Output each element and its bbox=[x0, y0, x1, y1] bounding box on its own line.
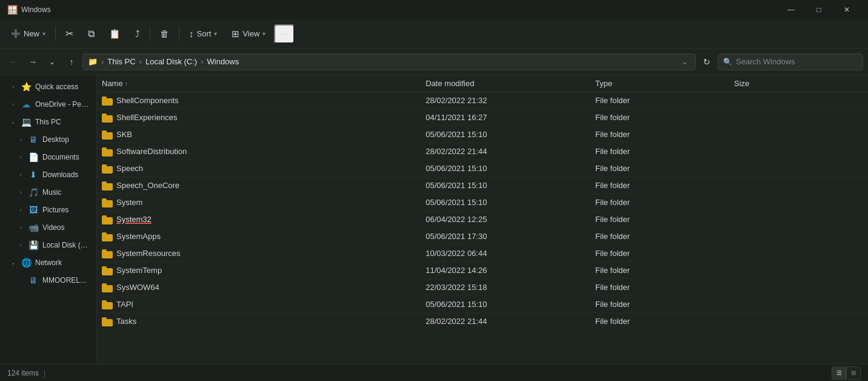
breadcrumb-sep-1: › bbox=[139, 57, 142, 66]
folder-icon bbox=[102, 130, 113, 140]
folder-icon: 🖥 bbox=[28, 275, 39, 285]
folder-icon bbox=[102, 249, 113, 258]
file-size bbox=[729, 296, 868, 313]
table-row[interactable]: SystemResources10/03/2022 06:44File fold… bbox=[97, 245, 868, 262]
down-button[interactable]: ⌄ bbox=[44, 53, 61, 70]
file-type: File folder bbox=[590, 245, 729, 262]
chevron-icon: ⌄ bbox=[10, 259, 17, 266]
sidebar-item-mmoorelaptop[interactable]: 🖥MMOORELAPTOP bbox=[2, 272, 94, 289]
breadcrumb-this-pc[interactable]: This PC bbox=[107, 57, 135, 66]
table-row[interactable]: ShellExperiences04/11/2021 16:27File fol… bbox=[97, 109, 868, 126]
search-box[interactable]: 🔍 bbox=[718, 53, 863, 70]
paste-button[interactable]: 📋 bbox=[103, 25, 127, 42]
file-date: 05/06/2021 17:30 bbox=[421, 228, 590, 245]
table-row[interactable]: SystemTemp11/04/2022 14:26File folder bbox=[97, 262, 868, 279]
delete-button[interactable]: 🗑 bbox=[154, 25, 175, 42]
col-header-date[interactable]: Date modified bbox=[421, 75, 590, 92]
back-button[interactable]: ← bbox=[5, 53, 22, 70]
breadcrumb-windows[interactable]: Windows bbox=[207, 57, 239, 66]
file-date: 28/02/2022 21:32 bbox=[421, 92, 590, 109]
view-chevron-icon: ▾ bbox=[262, 30, 265, 37]
title-icon: 🪟 bbox=[7, 5, 18, 15]
window-controls: — □ ✕ bbox=[777, 0, 861, 19]
sidebar-item-music[interactable]: ›🎵Music bbox=[2, 184, 94, 201]
minimize-button[interactable]: — bbox=[777, 0, 805, 19]
list-view-button[interactable]: ☰ bbox=[832, 366, 846, 380]
grid-view-button[interactable]: ⊞ bbox=[846, 366, 861, 380]
sidebar-item-this-pc[interactable]: ⌄💻This PC bbox=[2, 113, 94, 130]
sidebar-item-downloads[interactable]: ›⬇Downloads bbox=[2, 166, 94, 183]
chevron-icon: › bbox=[17, 224, 24, 231]
toolbar-separator-3 bbox=[179, 27, 179, 41]
folder-icon: 🖥 bbox=[28, 135, 39, 144]
file-type: File folder bbox=[590, 194, 729, 211]
table-row[interactable]: System3206/04/2022 12:25File folder bbox=[97, 211, 868, 228]
sidebar-item-desktop[interactable]: ›🖥Desktop bbox=[2, 131, 94, 148]
folder-icon bbox=[102, 232, 113, 241]
file-name: ShellComponents bbox=[116, 96, 179, 105]
file-date: 05/06/2021 15:10 bbox=[421, 160, 590, 177]
folder-icon bbox=[102, 266, 113, 275]
refresh-button[interactable]: ↻ bbox=[698, 53, 715, 70]
view-button[interactable]: ⊞ View ▾ bbox=[225, 25, 272, 42]
copy-button[interactable]: ⧉ bbox=[82, 25, 101, 42]
table-row[interactable]: SysWOW6422/03/2022 15:18File folder bbox=[97, 279, 868, 296]
folder-icon: 🖼 bbox=[28, 205, 39, 215]
forward-button[interactable]: → bbox=[24, 53, 41, 70]
address-dropdown-icon[interactable]: ⌄ bbox=[679, 57, 690, 66]
table-row[interactable]: ShellComponents28/02/2022 21:32File fold… bbox=[97, 92, 868, 109]
address-box[interactable]: 📁 › This PC › Local Disk (C:) › Windows … bbox=[82, 53, 696, 70]
table-row[interactable]: SystemApps05/06/2021 17:30File folder bbox=[97, 228, 868, 245]
file-type: File folder bbox=[590, 92, 729, 109]
sidebar-item-quick-access[interactable]: ›⭐Quick access bbox=[2, 78, 94, 95]
sidebar-item-documents[interactable]: ›📄Documents bbox=[2, 149, 94, 166]
table-row[interactable]: Speech05/06/2021 15:10File folder bbox=[97, 160, 868, 177]
file-name: Speech_OneCore bbox=[116, 181, 179, 190]
file-type: File folder bbox=[590, 177, 729, 194]
sidebar-item-network[interactable]: ⌄🌐Network bbox=[2, 254, 94, 271]
new-button[interactable]: ➕ New ▾ bbox=[5, 26, 52, 41]
col-header-type[interactable]: Type bbox=[590, 75, 729, 92]
up-button[interactable]: ↑ bbox=[63, 53, 80, 70]
folder-icon bbox=[102, 164, 113, 174]
table-row[interactable]: TAPI05/06/2021 15:10File folder bbox=[97, 296, 868, 313]
folder-icon: ⭐ bbox=[21, 82, 32, 92]
table-row[interactable]: Tasks28/02/2022 21:44File folder bbox=[97, 313, 868, 330]
cut-button[interactable]: ✂ bbox=[59, 25, 79, 42]
chevron-icon: › bbox=[17, 206, 24, 214]
file-type: File folder bbox=[590, 160, 729, 177]
sidebar-item-label: Pictures bbox=[42, 206, 68, 214]
share-icon: ⤴ bbox=[135, 29, 140, 39]
file-table: Name Date modified Type Size ShellCompon… bbox=[97, 75, 868, 330]
folder-icon bbox=[102, 147, 113, 157]
new-icon: ➕ bbox=[11, 29, 21, 38]
sidebar-item-videos[interactable]: ›📹Videos bbox=[2, 219, 94, 236]
table-row[interactable]: SKB05/06/2021 15:10File folder bbox=[97, 126, 868, 143]
col-header-size[interactable]: Size bbox=[729, 75, 868, 92]
sidebar-item-onedrive[interactable]: ›☁OneDrive - Personal bbox=[2, 96, 94, 113]
share-button[interactable]: ⤴ bbox=[129, 25, 146, 42]
close-button[interactable]: ✕ bbox=[833, 0, 861, 19]
paste-icon: 📋 bbox=[109, 29, 121, 39]
sidebar-item-label: MMOORELAPTOP bbox=[42, 276, 89, 285]
sidebar-item-local-disk[interactable]: ›💾Local Disk (C:) bbox=[2, 237, 94, 254]
chevron-icon: › bbox=[17, 136, 24, 143]
table-row[interactable]: System05/06/2021 15:10File folder bbox=[97, 194, 868, 211]
table-row[interactable]: SoftwareDistribution28/02/2022 21:44File… bbox=[97, 143, 868, 160]
new-chevron-icon: ▾ bbox=[42, 30, 45, 37]
main-area: ›⭐Quick access›☁OneDrive - Personal⌄💻Thi… bbox=[0, 75, 868, 364]
file-size bbox=[729, 194, 868, 211]
maximize-button[interactable]: □ bbox=[805, 0, 833, 19]
breadcrumb-local-disk[interactable]: Local Disk (C:) bbox=[145, 57, 197, 66]
search-input[interactable] bbox=[736, 57, 858, 66]
chevron-icon: › bbox=[17, 171, 24, 178]
toolbar-separator-2 bbox=[150, 27, 150, 41]
sort-button[interactable]: ↕ Sort ▾ bbox=[183, 25, 223, 42]
more-button[interactable]: ··· bbox=[274, 24, 294, 44]
sidebar-item-pictures[interactable]: ›🖼Pictures bbox=[2, 201, 94, 218]
table-row[interactable]: Speech_OneCore05/06/2021 15:10File folde… bbox=[97, 177, 868, 194]
file-size bbox=[729, 126, 868, 143]
col-header-name[interactable]: Name bbox=[97, 75, 421, 92]
chevron-icon: › bbox=[10, 83, 17, 90]
file-date: 05/06/2021 15:10 bbox=[421, 194, 590, 211]
